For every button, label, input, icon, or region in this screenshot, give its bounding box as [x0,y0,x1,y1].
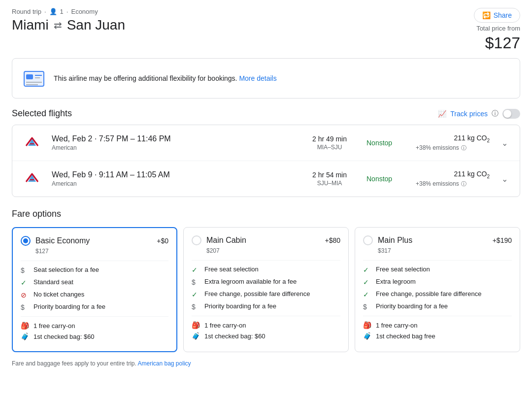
feature-text: Free change, possible fare difference [204,290,310,297]
fare-feature: $ Priority boarding for a fee [21,303,168,311]
fare-bag-item: 🧳 1st checked bag free [363,332,512,340]
emissions-pct2: +38% emissions ⓘ [416,180,490,188]
carryon-icon: 🎒 [21,322,29,330]
fare-feature: ✓ Free change, possible fare difference [363,290,512,298]
fare-card-header-plus: Main Plus +$190 [363,235,512,245]
suitcase-icon: 🧳 [363,332,371,340]
footer: Fare and baggage fees apply to your enti… [12,360,520,367]
flight-airline: American [52,144,293,151]
carryon-icon: 🎒 [192,321,200,329]
passengers-count: 1 [60,8,64,15]
flight-expand-button2[interactable]: ⌄ [499,172,510,186]
dot-separator: · [44,8,46,15]
fare-name-row: Basic Economy [21,236,90,246]
feature-text: Standard seat [33,278,73,286]
check-icon: ✓ [192,266,200,274]
radio-main[interactable] [192,235,201,245]
flight-duration2: 2 hr 54 min SJU–MIA [302,171,357,187]
emissions-main2: 211 kg CO2 [416,170,490,179]
fare-bag-item: 🎒 1 free carry-on [21,322,168,330]
flight-time: Wed, Feb 9 · 9:11 AM – 11:05 AM [52,170,293,179]
flight-expand-button[interactable]: ⌄ [499,136,510,150]
bag-text: 1 free carry-on [204,322,246,329]
dollar-icon: $ [192,303,200,311]
more-details-link[interactable]: More details [239,74,276,82]
fare-card-plus[interactable]: Main Plus +$190 $317 ✓ Free seat selecti… [355,227,520,352]
track-prices-label[interactable]: Track prices [450,110,488,118]
emissions-info-icon[interactable]: ⓘ [461,144,466,152]
duration-route2: SJU–MIA [302,180,357,187]
flight-emissions: 211 kg CO2 +38% emissions ⓘ [416,134,490,152]
fare-feature: $ Seat selection for a fee [21,266,168,274]
fare-add-basic: +$0 [157,237,168,245]
emissions-info-icon2[interactable]: ⓘ [461,180,466,188]
fare-name-basic: Basic Economy [35,236,90,245]
fare-card-main[interactable]: Main Cabin +$80 $207 ✓ Free seat selecti… [183,227,349,352]
check-icon: ✓ [363,291,371,298]
fare-feature: ✓ Standard seat [21,278,168,287]
suitcase-icon: 🧳 [192,332,200,340]
fare-bag-section: 🎒 1 free carry-on 🧳 1st checked bag free [363,316,512,340]
bag-policy-link[interactable]: American bag policy [138,360,191,367]
share-label: Share [494,11,512,19]
radio-inner [23,238,28,243]
trip-meta: Round trip · 👤 1 · Economy [12,8,125,15]
feature-text: Extra legroom [376,278,416,285]
fare-name-plus: Main Plus [378,236,412,245]
fare-price-main: $207 [206,247,340,254]
no-icon: ⊘ [21,291,29,299]
person-icon: 👤 [49,8,57,15]
track-prices-toggle[interactable] [502,109,520,119]
fare-bag-item: 🎒 1 free carry-on [192,321,340,329]
flight-info: Wed, Feb 2 · 7:57 PM – 11:46 PM American [52,134,293,151]
share-button[interactable]: 🔁 Share [474,8,520,23]
suitcase-icon: 🧳 [21,332,29,340]
airline-logo [22,133,42,153]
fare-bag-item: 🧳 1st checked bag: $60 [192,332,340,340]
fare-name-main: Main Cabin [206,236,246,245]
toggle-knob [503,110,511,118]
bag-text: 1st checked bag: $60 [204,332,266,340]
fare-feature: $ Extra legroom available for a fee [192,278,340,286]
fare-price-plus: $317 [378,247,512,254]
feature-text: Seat selection for a fee [33,266,99,273]
feature-text: Priority boarding for a fee [376,302,448,310]
origin-city: Miami [12,17,49,33]
radio-plus[interactable] [363,235,373,245]
dot-separator2: · [66,8,68,15]
flights-container: Wed, Feb 2 · 7:57 PM – 11:46 PM American… [12,125,520,197]
radio-basic[interactable] [21,236,31,246]
flexibility-banner: This airline may be offering additional … [12,58,520,99]
header-left: Round trip · 👤 1 · Economy Miami ⇄ San J… [12,8,125,33]
feature-text: Priority boarding for a fee [33,303,105,310]
feature-text: Priority boarding for a fee [204,302,276,310]
fare-bag-section: 🎒 1 free carry-on 🧳 1st checked bag: $60 [192,316,340,340]
flight-duration: 2 hr 49 min MIA–SJU [302,135,357,151]
bag-text: 1 free carry-on [33,322,75,330]
duration-time: 2 hr 49 min [302,135,357,143]
check-icon: ✓ [363,278,371,286]
flight-stops: Nonstop [366,139,406,147]
share-icon: 🔁 [482,11,491,19]
flight-time: Wed, Feb 2 · 7:57 PM – 11:46 PM [52,134,293,143]
header-right: 🔁 Share Total price from $127 [474,8,520,52]
fare-price-basic: $127 [35,248,168,255]
info-icon[interactable]: ⓘ [492,109,499,118]
flight-date: Wed, Feb 2 [52,134,92,143]
feature-text: Extra legroom available for a fee [204,278,297,285]
bag-text: 1 free carry-on [376,322,418,329]
fare-feature: ✓ Free seat selection [192,265,340,274]
fare-bag-section: 🎒 1 free carry-on 🧳 1st checked bag: $60 [21,316,168,340]
fare-add-plus: +$190 [493,236,512,244]
selected-flights-header: Selected flights 📈 Track prices ⓘ [12,108,520,119]
total-price: $127 [485,34,520,52]
fare-feature: ✓ Free change, possible fare difference [192,290,340,298]
emissions-pct: +38% emissions ⓘ [416,144,490,152]
svg-rect-1 [26,74,33,79]
price-label: Total price from [476,25,520,32]
fare-name-row2: Main Cabin [192,235,246,245]
fare-card-header-main: Main Cabin +$80 [192,235,340,245]
feature-text: No ticket changes [33,291,84,298]
fare-bag-item: 🧳 1st checked bag: $60 [21,332,168,340]
fare-card-basic[interactable]: Basic Economy +$0 $127 $ Seat selection … [12,227,177,352]
